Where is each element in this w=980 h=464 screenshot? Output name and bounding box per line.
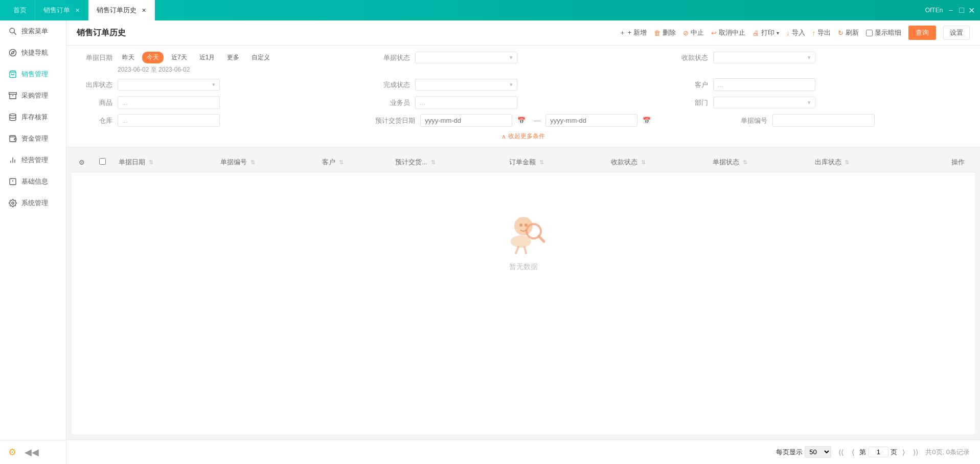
content-area: 销售订单历史 ＋ + 新增 🗑 删除 ⊘ 中止 ↩ 取消中止 (66, 20, 980, 464)
collapse-button[interactable]: ∧ 收起更多条件 (77, 132, 970, 141)
tab-sales-order-history-close[interactable]: ✕ (142, 7, 146, 14)
sidebar-item-search-menu[interactable]: 搜索菜单 (0, 20, 66, 42)
collapse-arrow-icon[interactable]: ◀◀ (25, 447, 39, 458)
tab-sales-order-label: 销售订单 (43, 6, 70, 15)
import-label: 导入 (792, 28, 805, 37)
department-select[interactable]: ▾ (713, 97, 815, 108)
outbound-status-select[interactable]: ▾ (118, 79, 220, 91)
complete-status-select[interactable]: ▾ (415, 79, 517, 91)
col-payment-status[interactable]: 收款状态 ⇅ (605, 152, 706, 172)
delivery-date-end-input[interactable] (545, 114, 637, 127)
per-page-dropdown[interactable]: 20 50 100 (805, 446, 831, 458)
col-outbound-status[interactable]: 出库状态 ⇅ (809, 152, 910, 172)
date-custom[interactable]: 自定义 (247, 52, 275, 63)
department-arrow: ▾ (808, 99, 811, 106)
import-button[interactable]: ↓ 导入 (786, 28, 805, 37)
date-yesterday[interactable]: 昨天 (118, 52, 139, 63)
salesperson-dots-btn[interactable]: ... (415, 96, 517, 109)
page-next-button[interactable]: ⟩ (899, 447, 908, 457)
col-number[interactable]: 单据编号 ⇅ (214, 152, 316, 172)
date-last7days[interactable]: 近7天 (167, 52, 192, 63)
page-last-button[interactable]: ⟩⟩ (910, 447, 921, 457)
svg-rect-5 (9, 93, 17, 94)
refresh-button[interactable]: ↻ 刷新 (838, 28, 859, 37)
col-date[interactable]: 单据日期 ⇅ (112, 152, 214, 172)
date-more[interactable]: 更多 (222, 52, 244, 63)
payment-status-label: 收款状态 (672, 53, 713, 62)
date-today[interactable]: 今天 (142, 52, 164, 63)
tab-sales-order-history[interactable]: 销售订单历史 ✕ (88, 0, 155, 20)
sidebar-item-operations[interactable]: 经营管理 (0, 149, 66, 171)
add-button[interactable]: ＋ + 新增 (619, 28, 647, 37)
display-cols-label: 显示暗细 (875, 28, 901, 37)
product-dots: ... (122, 99, 128, 106)
close-icon[interactable]: ✕ (968, 6, 975, 15)
settings-icon (8, 198, 17, 208)
minimize-icon[interactable]: － (947, 5, 955, 16)
receipt-number-input[interactable] (772, 114, 875, 127)
receipt-status-select[interactable]: ▾ (415, 52, 517, 63)
query-label: 查询 (916, 28, 929, 37)
page-jump-label: 第 (859, 448, 866, 457)
complete-status-label: 完成状态 (374, 80, 415, 90)
sidebar-item-operations-label: 经营管理 (21, 156, 48, 165)
sidebar-item-basic-info[interactable]: 基础信息 (0, 171, 66, 192)
sort-receipt-status-icon: ⇅ (743, 159, 747, 165)
settings-gear-icon[interactable]: ⚙ (8, 447, 16, 458)
svg-line-1 (14, 32, 16, 35)
svg-line-21 (516, 247, 518, 253)
select-all-checkbox[interactable] (99, 158, 106, 165)
col-receipt-status[interactable]: 单据状态 ⇅ (706, 152, 808, 172)
export-label: 导出 (817, 28, 831, 37)
page-prev-button[interactable]: ⟨ (849, 447, 857, 457)
sort-date-icon: ⇅ (149, 159, 153, 165)
display-cols-checkbox[interactable] (866, 30, 873, 36)
stop-button[interactable]: ⊘ 中止 (683, 28, 704, 37)
customer-dots-btn[interactable]: ... (713, 78, 815, 91)
empty-illustration (498, 203, 549, 254)
warehouse-dots-btn[interactable]: ... (118, 114, 220, 127)
outbound-status-arrow: ▾ (212, 81, 215, 88)
export-button[interactable]: ↑ 导出 (812, 28, 831, 37)
sidebar-item-inventory[interactable]: 库存核算 (0, 106, 66, 128)
sidebar-item-quick-nav-label: 快捷导航 (21, 48, 48, 57)
delete-button[interactable]: 🗑 删除 (654, 28, 676, 37)
svg-point-0 (10, 28, 14, 33)
calendar-start-icon[interactable]: 📅 (517, 117, 526, 124)
tab-sales-order[interactable]: 销售订单 ✕ (35, 0, 88, 20)
payment-status-select[interactable]: ▾ (713, 52, 815, 63)
settings-button[interactable]: 设置 (943, 26, 970, 40)
search-icon (8, 27, 17, 36)
sidebar-item-quick-nav[interactable]: 快捷导航 (0, 42, 66, 63)
tab-home[interactable]: 首页 (5, 0, 35, 20)
sort-outbound-status-icon: ⇅ (845, 159, 849, 165)
per-page-label: 每页显示 (776, 448, 803, 457)
date-last1month[interactable]: 近1月 (195, 52, 220, 63)
col-receipt-status-label: 单据状态 (713, 158, 739, 166)
page-first-button[interactable]: ⟨⟨ (835, 447, 847, 457)
delivery-date-start-input[interactable] (420, 114, 512, 127)
col-amount[interactable]: 订单金额 ⇅ (503, 152, 605, 172)
sidebar-item-system[interactable]: 系统管理 (0, 192, 66, 214)
customer-dots: ... (718, 81, 723, 89)
sidebar-item-sales-mgmt[interactable]: 销售管理 (0, 63, 66, 85)
sidebar-item-purchase-mgmt[interactable]: 采购管理 (0, 85, 66, 106)
sidebar-item-finance[interactable]: 资金管理 (0, 128, 66, 149)
maximize-icon[interactable]: □ (959, 6, 964, 15)
sidebar-item-search-menu-label: 搜索菜单 (21, 27, 48, 36)
col-expected-delivery[interactable]: 预计交货... ⇅ (389, 152, 503, 172)
tab-sales-order-close[interactable]: ✕ (75, 7, 80, 14)
calendar-end-icon[interactable]: 📅 (643, 117, 651, 124)
query-button[interactable]: 查询 (908, 26, 936, 40)
col-customer[interactable]: 客户 ⇅ (316, 152, 389, 172)
sort-payment-status-icon: ⇅ (641, 159, 646, 165)
col-settings-gear-icon[interactable]: ⚙ (79, 159, 85, 166)
cancel-stop-button[interactable]: ↩ 取消中止 (711, 28, 745, 37)
print-button[interactable]: 🖨 打印 ▾ (753, 28, 779, 37)
col-date-label: 单据日期 (119, 158, 145, 166)
col-settings[interactable]: ⚙ (72, 152, 92, 172)
col-checkbox[interactable] (92, 152, 112, 172)
customer-label: 客户 (672, 80, 713, 90)
page-number-input[interactable] (868, 447, 888, 457)
product-dots-btn[interactable]: ... (118, 96, 220, 109)
